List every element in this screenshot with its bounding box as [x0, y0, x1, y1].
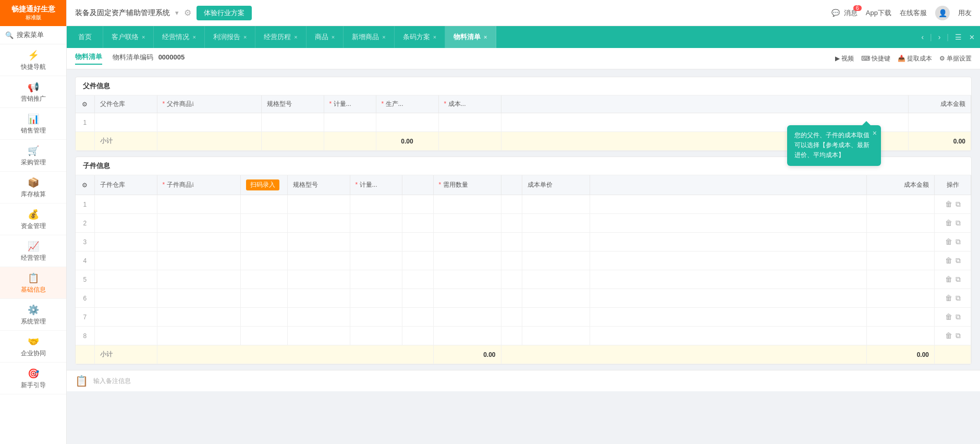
- tab-home[interactable]: 首页: [67, 26, 103, 48]
- sidebar-item-system[interactable]: ⚙️ 系统管理: [0, 299, 66, 331]
- child-row-3-qty[interactable]: [433, 233, 501, 251]
- dropdown-arrow-icon[interactable]: ▾: [175, 9, 179, 17]
- child-row-3-unit-cost[interactable]: [522, 233, 590, 251]
- parent-row-1-goods[interactable]: [157, 113, 261, 132]
- child-row-5-spec[interactable]: [287, 270, 350, 289]
- child-row-8-qty[interactable]: [433, 327, 501, 345]
- child-row-1-qty[interactable]: [433, 195, 501, 214]
- child-row-8-unit[interactable]: [350, 327, 402, 345]
- child-row-2-spec[interactable]: [287, 214, 350, 233]
- nav-right-arrow[interactable]: ›: [936, 33, 943, 41]
- child-row-5-qty[interactable]: [433, 270, 501, 289]
- child-row-7-qty[interactable]: [433, 308, 501, 327]
- parent-row-1-unit[interactable]: [324, 113, 376, 132]
- settings-icon[interactable]: ⚙: [184, 8, 191, 18]
- copy-row-7-icon[interactable]: ⧉: [956, 313, 961, 321]
- child-row-8-goods[interactable]: [157, 327, 240, 345]
- child-row-7-warehouse[interactable]: [94, 308, 157, 327]
- child-row-6-qty[interactable]: [433, 289, 501, 308]
- child-row-4-unit[interactable]: [350, 251, 402, 270]
- sidebar-item-purchase[interactable]: 🛒 采购管理: [0, 140, 66, 172]
- sidebar-item-guide[interactable]: 🎯 新手引导: [0, 363, 66, 394]
- child-row-1-unit-cost[interactable]: [522, 195, 590, 214]
- tab-bom-close[interactable]: ×: [484, 34, 487, 40]
- sidebar-item-operation[interactable]: 📈 经营管理: [0, 235, 66, 267]
- child-row-1-warehouse[interactable]: [94, 195, 157, 214]
- child-row-6-unit[interactable]: [350, 289, 402, 308]
- delete-row-5-icon[interactable]: 🗑: [945, 275, 952, 284]
- child-row-7-unit[interactable]: [350, 308, 402, 327]
- sidebar-item-sales[interactable]: 📊 销售管理: [0, 108, 66, 140]
- tab-goods-close[interactable]: ×: [332, 34, 335, 40]
- copy-row-4-icon[interactable]: ⧉: [956, 256, 961, 265]
- child-row-5-goods[interactable]: [157, 270, 240, 289]
- child-row-4-warehouse[interactable]: [94, 251, 157, 270]
- tab-new-goods[interactable]: 新增商品 ×: [344, 26, 394, 48]
- child-row-6-warehouse[interactable]: [94, 289, 157, 308]
- child-row-5-warehouse[interactable]: [94, 270, 157, 289]
- child-row-8-spec[interactable]: [287, 327, 350, 345]
- child-row-8-warehouse[interactable]: [94, 327, 157, 345]
- delete-row-2-icon[interactable]: 🗑: [945, 219, 952, 227]
- tab-profit-close[interactable]: ×: [243, 34, 247, 40]
- sidebar-item-quick-nav[interactable]: ⚡ 快捷导航: [0, 44, 66, 76]
- tab-goods[interactable]: 商品 ×: [307, 26, 344, 48]
- tab-operation-status-close[interactable]: ×: [192, 34, 195, 40]
- delete-row-6-icon[interactable]: 🗑: [945, 294, 952, 303]
- parent-col-settings[interactable]: ⚙: [76, 95, 94, 113]
- message-icon-wrap[interactable]: 💬 6 消息: [831, 8, 858, 18]
- bottom-hint[interactable]: 输入备注信息: [93, 377, 131, 386]
- child-row-4-unit-cost[interactable]: [522, 251, 590, 270]
- action-video[interactable]: ▶ 视频: [835, 54, 854, 63]
- nav-left-arrow[interactable]: ‹: [919, 33, 926, 41]
- scan-button[interactable]: 扫码录入: [246, 179, 279, 190]
- child-row-3-spec[interactable]: [287, 233, 350, 251]
- tooltip-close-button[interactable]: ×: [873, 127, 877, 139]
- parent-row-1-produce[interactable]: [376, 113, 438, 132]
- sidebar-item-finance[interactable]: 💰 资金管理: [0, 203, 66, 235]
- child-row-2-unit-cost[interactable]: [522, 214, 590, 233]
- child-row-3-unit[interactable]: [350, 233, 402, 251]
- tab-history-close[interactable]: ×: [294, 34, 297, 40]
- child-col-settings[interactable]: ⚙: [76, 175, 94, 195]
- sidebar-item-inventory[interactable]: 📦 库存核算: [0, 172, 66, 203]
- child-row-6-spec[interactable]: [287, 289, 350, 308]
- delete-row-1-icon[interactable]: 🗑: [945, 200, 952, 209]
- parent-row-1-cost[interactable]: [438, 113, 501, 132]
- sidebar-item-marketing[interactable]: 📢 营销推广: [0, 76, 66, 108]
- sidebar-item-search[interactable]: 🔍 搜索菜单: [0, 26, 66, 44]
- child-col-scan[interactable]: 扫码录入: [240, 175, 287, 195]
- sidebar-item-basic-info[interactable]: 📋 基础信息: [0, 267, 66, 299]
- tab-operation-status[interactable]: 经营情况 ×: [154, 26, 204, 48]
- tab-barcode-close[interactable]: ×: [433, 34, 436, 40]
- delete-row-4-icon[interactable]: 🗑: [945, 256, 952, 265]
- child-row-2-goods[interactable]: [157, 214, 240, 233]
- delete-row-3-icon[interactable]: 🗑: [945, 237, 952, 246]
- child-row-2-warehouse[interactable]: [94, 214, 157, 233]
- parent-row-1-warehouse[interactable]: [94, 113, 157, 132]
- child-row-5-unit[interactable]: [350, 270, 402, 289]
- tab-close-all[interactable]: ✕: [969, 33, 975, 41]
- user-name[interactable]: 用友: [958, 8, 972, 18]
- action-doc-settings[interactable]: ⚙ 单据设置: [939, 54, 972, 63]
- delete-row-8-icon[interactable]: 🗑: [945, 331, 952, 340]
- online-service-link[interactable]: 在线客服: [900, 8, 927, 18]
- child-row-3-warehouse[interactable]: [94, 233, 157, 251]
- child-row-6-unit-cost[interactable]: [522, 289, 590, 308]
- copy-row-8-icon[interactable]: ⧉: [956, 331, 961, 340]
- child-row-7-unit-cost[interactable]: [522, 308, 590, 327]
- child-row-1-unit[interactable]: [350, 195, 402, 214]
- parent-row-1-spec[interactable]: [261, 113, 324, 132]
- copy-row-3-icon[interactable]: ⧉: [956, 237, 961, 246]
- tab-profit[interactable]: 利润报告 ×: [205, 26, 255, 48]
- add-row-icon[interactable]: 📋: [75, 375, 88, 387]
- child-row-6-goods[interactable]: [157, 289, 240, 308]
- child-row-1-spec[interactable]: [287, 195, 350, 214]
- tab-history[interactable]: 经营历程 ×: [255, 26, 306, 48]
- tab-customer-close[interactable]: ×: [142, 34, 145, 40]
- copy-row-6-icon[interactable]: ⧉: [956, 294, 961, 303]
- app-download-link[interactable]: App下载: [866, 8, 891, 18]
- trial-button[interactable]: 体验行业方案: [197, 6, 252, 20]
- child-row-8-unit-cost[interactable]: [522, 327, 590, 345]
- tab-new-goods-close[interactable]: ×: [382, 34, 385, 40]
